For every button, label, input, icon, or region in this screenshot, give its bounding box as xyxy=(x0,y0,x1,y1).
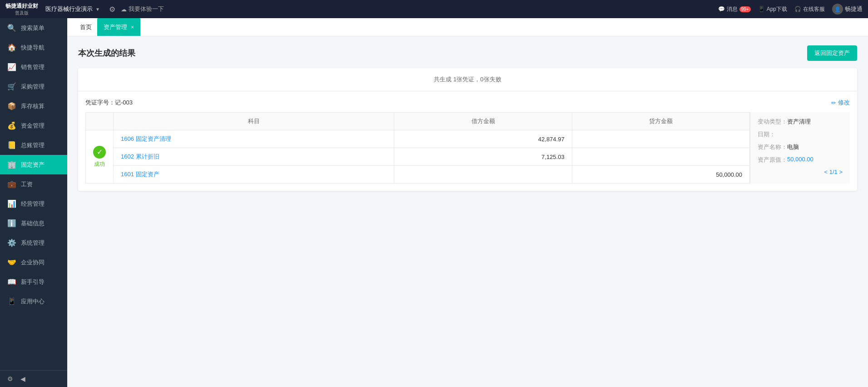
asset-management-tab[interactable]: 资产管理 × xyxy=(97,18,140,36)
table-header-row: 科目 借方金额 贷方金额 xyxy=(86,113,750,130)
avatar-icon: 👤 xyxy=(834,6,841,12)
sidebar-label-ledger: 总账管理 xyxy=(21,141,45,149)
edit-button[interactable]: ✏ 修改 xyxy=(831,99,850,107)
subject-cell: 1602 累计折旧 xyxy=(114,148,394,166)
change-type-label: 变动类型： xyxy=(758,118,787,126)
sidebar-item-funds[interactable]: 💰资金管理 xyxy=(0,116,67,135)
user-area[interactable]: 👤 畅捷通 xyxy=(832,4,863,15)
sidebar: 🔍搜索菜单🏠快捷导航📈销售管理🛒采购管理📦库存核算💰资金管理📒总账管理🏢固定资产… xyxy=(0,18,67,387)
success-icon: ✓ xyxy=(93,146,106,159)
voucher-number: 凭证字号：记-003 xyxy=(85,99,133,107)
sidebar-icon-system: ⚙️ xyxy=(7,238,16,247)
sidebar-label-basic-info: 基础信息 xyxy=(21,219,45,228)
experience-icon: ☁ xyxy=(121,6,127,13)
pagination-text[interactable]: < 1/1 > xyxy=(824,169,843,175)
voucher-header: 凭证字号：记-003 ✏ 修改 xyxy=(85,99,850,107)
app-download-icon: 📱 xyxy=(758,6,765,12)
sidebar-bottom: ⚙ ◀ xyxy=(0,370,67,387)
sidebar-icon-purchase: 🛒 xyxy=(7,82,16,91)
message-badge: 99+ xyxy=(739,6,751,12)
company-name: 医疗器械行业演示 xyxy=(45,5,93,13)
success-text: 成功 xyxy=(93,160,106,168)
main-layout: 🔍搜索菜单🏠快捷导航📈销售管理🛒采购管理📦库存核算💰资金管理📒总账管理🏢固定资产… xyxy=(0,18,868,387)
header-right: 💬 消息 99+ 📱 App下载 🎧 在线客服 👤 畅捷通 xyxy=(718,4,863,15)
sidebar-item-purchase[interactable]: 🛒采购管理 xyxy=(0,77,67,96)
tab-bar: 首页 资产管理 × xyxy=(67,18,868,36)
message-button[interactable]: 💬 消息 99+ xyxy=(718,5,751,13)
sidebar-item-system[interactable]: ⚙️系统管理 xyxy=(0,233,67,253)
asset-value-label: 资产原值： xyxy=(758,156,787,164)
home-tab[interactable]: 首页 xyxy=(74,18,97,36)
sidebar-item-app-center[interactable]: 📱应用中心 xyxy=(0,292,67,311)
logo-subtitle: 普及版 xyxy=(15,10,29,16)
sidebar-icon-fixed-assets: 🏢 xyxy=(7,160,16,169)
home-tab-label: 首页 xyxy=(80,23,92,31)
sidebar-item-payroll[interactable]: 💼工资 xyxy=(0,174,67,194)
sidebar-icon-funds: 💰 xyxy=(7,121,16,130)
credit-cell: 50,000.00 xyxy=(572,166,749,184)
sidebar-icon-sales: 📈 xyxy=(7,63,16,71)
edit-label: 修改 xyxy=(838,99,850,107)
sidebar-icon-cooperation: 🤝 xyxy=(7,258,16,267)
experience-button[interactable]: ☁ 我要体验一下 xyxy=(121,5,164,13)
content-area: 首页 资产管理 × 本次生成的结果 返回固定资产 共生成 1张凭证，0张失败 xyxy=(67,18,868,387)
service-label: 在线客服 xyxy=(803,5,825,13)
debit-cell: 7,125.03 xyxy=(394,148,572,166)
result-summary: 共生成 1张凭证，0张失败 xyxy=(78,68,857,91)
asset-value-value: 50,000.00 xyxy=(787,156,813,164)
sidebar-item-search[interactable]: 🔍搜索菜单 xyxy=(0,18,67,38)
top-header: 畅捷通好业财 普及版 医疗器械行业演示 ▼ ⚙ ☁ 我要体验一下 💬 消息 99… xyxy=(0,0,868,18)
sidebar-item-basic-info[interactable]: ℹ️基础信息 xyxy=(0,213,67,233)
credit-col-header: 贷方金额 xyxy=(572,113,749,130)
status-col-header xyxy=(86,113,114,130)
sidebar-icon-inventory: 📦 xyxy=(7,102,16,110)
sidebar-item-inventory[interactable]: 📦库存核算 xyxy=(0,96,67,116)
sidebar-item-sales[interactable]: 📈销售管理 xyxy=(0,57,67,77)
page-title: 本次生成的结果 xyxy=(78,48,135,59)
voucher-side-panel: 变动类型： 资产清理 日期： 资产名称： 电脑 xyxy=(750,112,850,184)
app-download-button[interactable]: 📱 App下载 xyxy=(758,5,787,13)
page-content: 本次生成的结果 返回固定资产 共生成 1张凭证，0张失败 凭证字号：记-003 … xyxy=(67,36,868,387)
debit-col-header: 借方金额 xyxy=(394,113,572,130)
sidebar-item-ledger[interactable]: 📒总账管理 xyxy=(0,135,67,155)
sidebar-settings-button[interactable]: ⚙ xyxy=(7,375,13,382)
online-service-button[interactable]: 🎧 在线客服 xyxy=(794,5,825,13)
asset-name-label: 资产名称： xyxy=(758,143,787,151)
sidebar-icon-quick-nav: 🏠 xyxy=(7,43,16,52)
sidebar-item-operations[interactable]: 📊经营管理 xyxy=(0,194,67,213)
sidebar-label-search: 搜索菜单 xyxy=(21,24,45,32)
company-selector[interactable]: 医疗器械行业演示 ▼ xyxy=(42,3,104,15)
app-download-label: App下载 xyxy=(767,5,787,13)
edit-icon: ✏ xyxy=(831,99,836,106)
table-row: ✓ 成功 1606 固定资产清理42,874.97 xyxy=(86,130,750,148)
tab-label: 资产管理 xyxy=(104,23,127,31)
change-type-value: 资产清理 xyxy=(787,118,811,126)
settings-icon[interactable]: ⚙ xyxy=(107,3,117,15)
sidebar-label-operations: 经营管理 xyxy=(21,200,45,208)
voucher-content: 科目 借方金额 贷方金额 ✓ 成功 1606 固定资产清理42,874.9716… xyxy=(85,112,850,184)
user-name: 畅捷通 xyxy=(845,5,863,13)
sidebar-item-guide[interactable]: 📖新手引导 xyxy=(0,272,67,292)
debit-cell: 42,874.97 xyxy=(394,130,572,148)
asset-name-value: 电脑 xyxy=(787,143,799,151)
credit-cell xyxy=(572,148,749,166)
sidebar-icon-search: 🔍 xyxy=(7,24,16,32)
sidebar-label-purchase: 采购管理 xyxy=(21,83,45,91)
page-title-row: 本次生成的结果 返回固定资产 xyxy=(78,45,857,61)
return-button[interactable]: 返回固定资产 xyxy=(807,45,857,61)
summary-text: 共生成 1张凭证，0张失败 xyxy=(434,76,501,83)
sidebar-icon-operations: 📊 xyxy=(7,199,16,208)
experience-label: 我要体验一下 xyxy=(129,5,164,13)
date-row: 日期： xyxy=(758,130,843,139)
voucher-table: 科目 借方金额 贷方金额 ✓ 成功 1606 固定资产清理42,874.9716… xyxy=(85,112,750,184)
sidebar-item-quick-nav[interactable]: 🏠快捷导航 xyxy=(0,38,67,57)
message-icon: 💬 xyxy=(718,6,725,12)
tab-close-icon[interactable]: × xyxy=(131,24,134,30)
result-panel: 共生成 1张凭证，0张失败 凭证字号：记-003 ✏ 修改 xyxy=(78,68,857,191)
service-icon: 🎧 xyxy=(794,6,801,12)
sidebar-item-cooperation[interactable]: 🤝企业协同 xyxy=(0,253,67,272)
sidebar-item-fixed-assets[interactable]: 🏢固定资产 xyxy=(0,155,67,174)
change-type-row: 变动类型： 资产清理 xyxy=(758,118,843,126)
sidebar-scroll: 🔍搜索菜单🏠快捷导航📈销售管理🛒采购管理📦库存核算💰资金管理📒总账管理🏢固定资产… xyxy=(0,18,67,370)
sidebar-toggle-button[interactable]: ◀ xyxy=(20,375,25,382)
